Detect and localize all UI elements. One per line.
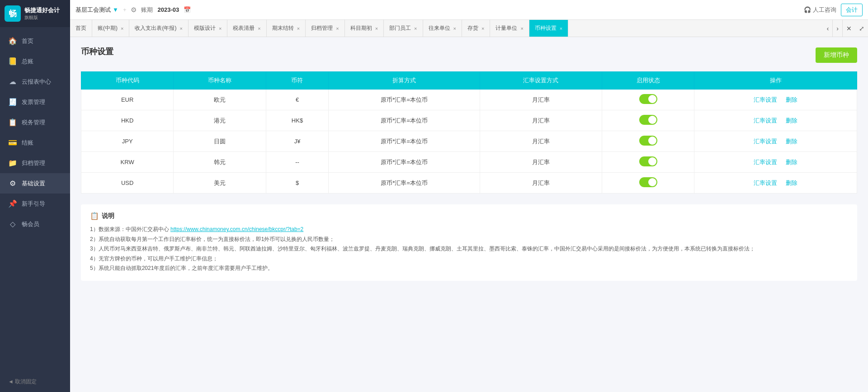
rate-setting-btn-0[interactable]: 汇率设置 <box>754 96 777 103</box>
tab-expand-btn[interactable]: ⤢ <box>855 20 868 37</box>
tab-filing[interactable]: 归档管理 × <box>306 20 344 37</box>
rate-setting-btn-4[interactable]: 汇率设置 <box>754 179 777 186</box>
tab-contacts[interactable]: 往来单位 × <box>423 20 462 37</box>
cell-toggle-0[interactable] <box>602 90 694 110</box>
cell-symbol-1: HK$ <box>266 110 329 131</box>
sidebar-label-invoice: 发票管理 <box>22 98 45 106</box>
tab-next-btn[interactable]: › <box>833 20 843 37</box>
sidebar-label-member: 畅会员 <box>22 220 39 228</box>
tab-currency-close[interactable]: × <box>560 26 562 31</box>
settings-icon: ⚙ <box>8 179 17 188</box>
cell-method-4: 原币*汇率=本位币 <box>329 173 480 194</box>
main-area: 基层工会测试 ▼ + ⚙ 账期 2023-03 📅 🎧 人工咨询 会计 首页 账… <box>70 0 868 392</box>
tab-midperiod-close[interactable]: × <box>121 26 123 31</box>
tab-template-close[interactable]: × <box>219 26 222 31</box>
cell-symbol-3: -- <box>266 152 329 173</box>
tab-midperiod[interactable]: 账(中期) × <box>92 20 129 37</box>
tab-dept[interactable]: 部门员工 × <box>384 20 423 37</box>
checkout-icon: 💳 <box>8 138 17 147</box>
cell-code-0: EUR <box>81 90 174 110</box>
calendar-icon[interactable]: 📅 <box>184 6 191 13</box>
cell-method-2: 原币*汇率=本位币 <box>329 131 480 152</box>
tab-prev-btn[interactable]: ‹ <box>823 20 833 37</box>
toggle-0[interactable] <box>639 94 657 104</box>
tab-tax-close[interactable]: × <box>258 26 260 31</box>
tab-units-close[interactable]: × <box>520 26 523 31</box>
cell-toggle-1[interactable] <box>602 110 694 131</box>
cell-actions-2: 汇率设置 删除 <box>694 131 857 152</box>
dropdown-icon: ▼ <box>113 6 118 13</box>
tab-inventory-close[interactable]: × <box>481 26 484 31</box>
delete-btn-4[interactable]: 删除 <box>786 179 797 186</box>
top-bar: 基层工会测试 ▼ + ⚙ 账期 2023-03 📅 🎧 人工咨询 会计 <box>70 0 868 20</box>
tab-period-end-label: 期末结转 <box>272 24 294 32</box>
rate-setting-btn-1[interactable]: 汇率设置 <box>754 117 777 124</box>
content-area: 币种设置 新增币种 币种代码 币种名称 币符 折算方式 汇率设置方式 启用状态 … <box>70 37 868 392</box>
sidebar-item-ledger[interactable]: 📒 总账 <box>0 51 70 71</box>
sidebar-unpin[interactable]: ◄ 取消固定 <box>0 372 70 392</box>
toggle-thumb-3 <box>648 157 656 165</box>
sidebar-item-invoice[interactable]: 🧾 发票管理 <box>0 92 70 112</box>
settings-gear-icon[interactable]: ⚙ <box>131 6 137 14</box>
sidebar-item-guide[interactable]: 📌 新手引导 <box>0 194 70 214</box>
cell-toggle-2[interactable] <box>602 131 694 152</box>
rate-setting-btn-3[interactable]: 汇率设置 <box>754 159 777 165</box>
account-btn[interactable]: 会计 <box>841 4 863 16</box>
tab-inventory[interactable]: 存货 × <box>462 20 490 37</box>
cell-toggle-4[interactable] <box>602 173 694 194</box>
headset-icon: 🎧 <box>804 6 811 13</box>
tab-home[interactable]: 首页 <box>70 20 92 37</box>
toggle-1[interactable] <box>639 115 657 125</box>
notes-title: 📋 说明 <box>90 212 848 220</box>
tab-annual[interactable]: 收入支出表(年报) × <box>129 20 188 37</box>
tax-icon: 📋 <box>8 118 17 127</box>
sidebar-item-home[interactable]: 🏠 首页 <box>0 31 70 51</box>
delete-btn-1[interactable]: 删除 <box>786 117 797 124</box>
sidebar-item-settings[interactable]: ⚙ 基础设置 <box>0 173 70 194</box>
cell-symbol-2: J¥ <box>266 131 329 152</box>
cell-code-1: HKD <box>81 110 174 131</box>
support-btn[interactable]: 🎧 人工咨询 <box>804 6 836 14</box>
cell-rate-type-2: 月汇率 <box>480 131 602 152</box>
tab-units[interactable]: 计量单位 × <box>490 20 529 37</box>
delete-btn-3[interactable]: 删除 <box>786 159 797 165</box>
toggle-2[interactable] <box>639 136 657 146</box>
cell-name-4: 美元 <box>174 173 266 194</box>
home-icon: 🏠 <box>8 37 17 45</box>
tab-period-end-close[interactable]: × <box>297 26 300 31</box>
cell-toggle-3[interactable] <box>602 152 694 173</box>
sidebar-item-checkout[interactable]: 💳 结账 <box>0 132 70 153</box>
delete-btn-2[interactable]: 删除 <box>786 138 797 145</box>
sidebar-item-member[interactable]: ◇ 畅会员 <box>0 214 70 234</box>
tab-period-end[interactable]: 期末结转 × <box>267 20 306 37</box>
sidebar-label-tax: 税务管理 <box>22 118 45 127</box>
sidebar-item-tax[interactable]: 📋 税务管理 <box>0 112 70 132</box>
cell-name-2: 日圆 <box>174 131 266 152</box>
sidebar: 畅 畅捷通好会计 旗舰版 🏠 首页 📒 总账 ☁ 云报表中心 🧾 发票管理 📋 … <box>0 0 70 392</box>
tab-filing-close[interactable]: × <box>336 26 339 31</box>
toggle-track-0 <box>639 94 657 104</box>
tab-contacts-close[interactable]: × <box>453 26 456 31</box>
tab-annual-close[interactable]: × <box>179 26 182 31</box>
period-value: 2023-03 <box>157 6 179 13</box>
tab-inventory-label: 存货 <box>467 24 478 32</box>
toggle-3[interactable] <box>639 156 657 166</box>
new-currency-btn[interactable]: 新增币种 <box>816 47 857 63</box>
tab-close-all-btn[interactable]: ✕ <box>843 20 855 37</box>
app-edition: 旗舰版 <box>24 14 60 21</box>
tab-subjects[interactable]: 科目期初 × <box>345 20 384 37</box>
rate-setting-btn-2[interactable]: 汇率设置 <box>754 138 777 145</box>
cell-rate-type-1: 月汇率 <box>480 110 602 131</box>
tab-template[interactable]: 模版设计 × <box>189 20 227 37</box>
tab-tax[interactable]: 税表清册 × <box>227 20 266 37</box>
tab-currency[interactable]: 币种设置 × <box>529 20 568 37</box>
sidebar-label-guide: 新手引导 <box>22 200 45 208</box>
delete-btn-0[interactable]: 删除 <box>786 96 797 103</box>
notes-external-link[interactable]: https://www.chinamoney.com.cn/chinese/bk… <box>170 226 303 232</box>
project-name[interactable]: 基层工会测试 ▼ <box>75 6 118 14</box>
sidebar-item-reports[interactable]: ☁ 云报表中心 <box>0 71 70 92</box>
toggle-4[interactable] <box>639 177 657 187</box>
tab-subjects-close[interactable]: × <box>375 26 378 31</box>
tab-dept-close[interactable]: × <box>414 26 417 31</box>
sidebar-item-archive[interactable]: 📁 归档管理 <box>0 153 70 173</box>
